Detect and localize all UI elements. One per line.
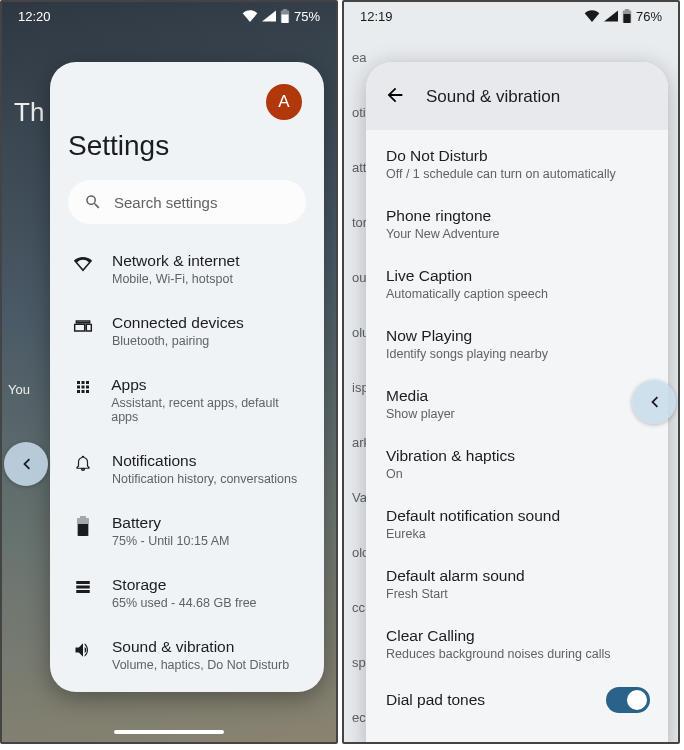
item-sub: Notification history, conversations — [112, 472, 297, 486]
item-sound[interactable]: Sound & vibrationVolume, haptics, Do Not… — [68, 624, 306, 686]
item-title: Do Not Disturb — [386, 147, 616, 165]
wifi-icon — [242, 10, 258, 22]
search-icon — [84, 193, 102, 211]
storage-icon — [72, 576, 94, 596]
item-sub: Bluetooth, pairing — [112, 334, 244, 348]
chevron-left-icon — [15, 453, 37, 475]
item-sub: Show player — [386, 407, 455, 421]
item-sub: Automatically caption speech — [386, 287, 548, 301]
item-notifications[interactable]: NotificationsNotification history, conve… — [68, 438, 306, 500]
status-battery: 76% — [636, 9, 662, 24]
item-title: Vibration & haptics — [386, 447, 515, 465]
item-sub: Mobile, Wi-Fi, hotspot — [112, 272, 240, 286]
item-sub: Your New Adventure — [386, 227, 500, 241]
item-battery[interactable]: Battery75% - Until 10:15 AM — [68, 500, 306, 562]
devices-icon — [72, 314, 94, 336]
battery-icon — [72, 514, 94, 536]
item-title: Live Caption — [386, 267, 548, 285]
status-time: 12:20 — [18, 9, 51, 24]
sound-list: Do Not DisturbOff / 1 schedule can turn … — [366, 130, 668, 726]
settings-list: Network & internetMobile, Wi-Fi, hotspot… — [68, 238, 306, 686]
item-sub: On — [386, 467, 515, 481]
status-right: 76% — [584, 9, 662, 24]
item-title: Network & internet — [112, 252, 240, 270]
bell-icon — [72, 452, 94, 472]
status-time: 12:19 — [360, 9, 393, 24]
item-notification-sound[interactable]: Default notification soundEureka — [386, 494, 668, 554]
search-input[interactable]: Search settings — [68, 180, 306, 224]
panel-header: Sound & vibration — [366, 62, 668, 130]
home-background-text: Th — [14, 97, 44, 128]
item-title: Default notification sound — [386, 507, 560, 525]
battery-icon — [622, 9, 632, 23]
item-alarm-sound[interactable]: Default alarm soundFresh Start — [386, 554, 668, 614]
item-media[interactable]: MediaShow player — [386, 374, 668, 434]
item-title: Media — [386, 387, 455, 405]
gesture-bar[interactable] — [114, 730, 224, 734]
settings-card: A Settings Search settings Network & int… — [50, 62, 324, 692]
wifi-icon — [72, 252, 94, 274]
status-bar: 12:19 76% — [344, 2, 678, 30]
item-title: Storage — [112, 576, 257, 594]
status-right: 75% — [242, 9, 320, 24]
item-apps[interactable]: AppsAssistant, recent apps, default apps — [68, 362, 306, 438]
avatar[interactable]: A — [266, 84, 302, 120]
apps-icon — [72, 376, 93, 396]
item-title: Clear Calling — [386, 627, 610, 645]
item-sub: Assistant, recent apps, default apps — [111, 396, 302, 424]
dial-pad-toggle[interactable] — [606, 687, 650, 713]
phone-left: 12:20 75% Th You A Settings Search setti… — [0, 0, 338, 744]
item-title: Phone ringtone — [386, 207, 500, 225]
item-sub: Eureka — [386, 527, 560, 541]
item-title: Connected devices — [112, 314, 244, 332]
search-placeholder: Search settings — [114, 194, 217, 211]
item-title: Battery — [112, 514, 229, 532]
status-battery: 75% — [294, 9, 320, 24]
battery-icon — [280, 9, 290, 23]
item-title: Dial pad tones — [386, 691, 485, 709]
item-vibration[interactable]: Vibration & hapticsOn — [386, 434, 668, 494]
item-sub: Off / 1 schedule can turn on automatical… — [386, 167, 616, 181]
item-title: Notifications — [112, 452, 297, 470]
strip-text: You — [8, 382, 30, 397]
item-sub: Reduces background noises during calls — [386, 647, 610, 661]
sound-panel: Sound & vibration Do Not DisturbOff / 1 … — [366, 62, 668, 744]
signal-icon — [262, 10, 276, 22]
item-dnd[interactable]: Do Not DisturbOff / 1 schedule can turn … — [386, 134, 668, 194]
item-sub: Identify songs playing nearby — [386, 347, 548, 361]
back-button[interactable] — [384, 84, 406, 110]
item-title: Now Playing — [386, 327, 548, 345]
item-sub: 65% used - 44.68 GB free — [112, 596, 257, 610]
item-title: Apps — [111, 376, 302, 394]
item-live-caption[interactable]: Live CaptionAutomatically caption speech — [386, 254, 668, 314]
item-dial-pad-tones[interactable]: Dial pad tones — [386, 674, 668, 726]
phone-right: 12:19 76% eaotifatt torouolum isparkVal … — [342, 0, 680, 744]
item-storage[interactable]: Storage65% used - 44.68 GB free — [68, 562, 306, 624]
page-title: Settings — [68, 130, 306, 162]
item-ringtone[interactable]: Phone ringtoneYour New Adventure — [386, 194, 668, 254]
item-connected-devices[interactable]: Connected devicesBluetooth, pairing — [68, 300, 306, 362]
panel-title: Sound & vibration — [426, 87, 560, 107]
status-bar: 12:20 75% — [2, 2, 336, 30]
item-title: Sound & vibration — [112, 638, 289, 656]
back-fab[interactable] — [632, 380, 676, 424]
wifi-icon — [584, 10, 600, 22]
item-sub: 75% - Until 10:15 AM — [112, 534, 229, 548]
item-now-playing[interactable]: Now PlayingIdentify songs playing nearby — [386, 314, 668, 374]
item-clear-calling[interactable]: Clear CallingReduces background noises d… — [386, 614, 668, 674]
volume-icon — [72, 638, 94, 660]
home-left-strip: You — [8, 382, 50, 682]
back-fab[interactable] — [4, 442, 48, 486]
arrow-left-icon — [384, 84, 406, 106]
item-network[interactable]: Network & internetMobile, Wi-Fi, hotspot — [68, 238, 306, 300]
item-sub: Volume, haptics, Do Not Disturb — [112, 658, 289, 672]
item-sub: Fresh Start — [386, 587, 525, 601]
item-title: Default alarm sound — [386, 567, 525, 585]
chevron-left-icon — [643, 391, 665, 413]
signal-icon — [604, 10, 618, 22]
